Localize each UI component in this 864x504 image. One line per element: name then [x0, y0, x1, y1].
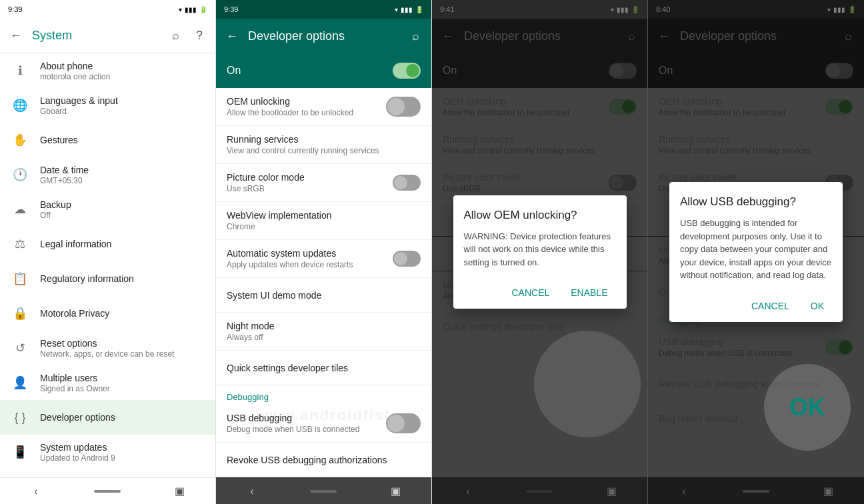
auto-updates-title: Automatic system updates — [227, 248, 393, 259]
developer-toggle[interactable] — [393, 63, 421, 79]
oem-dialog-body: WARNING: Device protection features will… — [464, 230, 616, 269]
regulatory-title: Regulatory information — [40, 273, 205, 284]
help-button-left[interactable]: ? — [189, 25, 210, 47]
night-mode-subtitle: Always off — [227, 333, 421, 342]
oem-cancel-button[interactable]: Cancel — [503, 282, 557, 303]
usb-dialog-title: Allow USB debugging? — [680, 195, 832, 209]
developer-icon: { } — [11, 408, 29, 427]
picture-subtitle: Use sRGB — [227, 184, 393, 193]
search-button-middle[interactable]: ⌕ — [405, 25, 426, 47]
oem-unlocking-row[interactable]: OEM unlocking Allow the bootloader to be… — [216, 88, 431, 126]
settings-item-about[interactable]: ℹ About phone motorola one action — [0, 53, 215, 88]
settings-item-gestures[interactable]: ✋ Gestures — [0, 123, 215, 157]
nav-recent-left[interactable]: ▣ — [166, 481, 193, 502]
privacy-title: Motorola Privacy — [40, 308, 205, 319]
search-button-left[interactable]: ⌕ — [165, 25, 186, 47]
usb-debug-toggle[interactable] — [386, 413, 421, 433]
settings-item-regulatory[interactable]: 📋 Regulatory information — [0, 261, 215, 296]
datetime-title: Date & time — [40, 165, 205, 175]
nav-bar-middle: ‹ ▣ — [216, 477, 431, 504]
oem-subtitle: Allow the bootloader to be unlocked — [227, 108, 386, 117]
nav-home-indicator-middle[interactable] — [310, 490, 337, 493]
about-subtitle: motorola one action — [40, 72, 205, 81]
quick-tiles-row[interactable]: Quick settings developer tiles — [216, 351, 431, 385]
status-bar-middle: 9:39 ▾ ▮▮▮ 🔋 — [216, 0, 431, 19]
usb-dialog-panel: 8:40 ▾ ▮▮▮ 🔋 ← Developer options ⌕ On OE… — [648, 0, 864, 504]
system-ui-title: System UI demo mode — [227, 290, 421, 301]
auto-updates-subtitle: Apply updates when device restarts — [227, 260, 393, 269]
languages-subtitle: Gboard — [40, 107, 205, 116]
signal-icon: ▮▮▮ — [185, 6, 197, 13]
usb-cancel-button[interactable]: Cancel — [743, 295, 797, 317]
circle-highlight-r1 — [534, 331, 641, 437]
backup-icon: ☁ — [11, 200, 29, 219]
webview-row[interactable]: WebView implementation Chrome — [216, 202, 431, 240]
running-services-row[interactable]: Running services View and control curren… — [216, 126, 431, 164]
users-title: Multiple users — [40, 373, 205, 383]
back-button-middle[interactable]: ← — [221, 25, 243, 47]
usb-debug-subtitle: Debug mode when USB is connected — [227, 425, 386, 434]
settings-item-developer[interactable]: { } Developer options — [0, 400, 215, 435]
running-title: Running services — [227, 134, 421, 145]
usb-debug-title: USB debugging — [227, 413, 386, 423]
night-mode-row[interactable]: Night mode Always off — [216, 313, 431, 351]
updates-subtitle: Updated to Android 9 — [40, 453, 205, 463]
app-bar-actions-left: ⌕ ? — [165, 25, 210, 47]
debugging-section-label: Debugging — [216, 385, 431, 405]
revoke-usb-row[interactable]: Revoke USB debugging authorizations — [216, 443, 431, 477]
settings-item-backup[interactable]: ☁ Backup Off — [0, 192, 215, 227]
settings-item-languages[interactable]: 🌐 Languages & input Gboard — [0, 88, 215, 123]
picture-toggle[interactable] — [393, 175, 421, 191]
usb-ok-button[interactable]: OK — [803, 295, 832, 317]
app-bar-title-left: System — [32, 29, 159, 43]
developer-toggle-row[interactable]: On — [216, 53, 431, 88]
oem-dialog-actions: Cancel Enable — [464, 279, 616, 303]
users-icon: 👤 — [11, 373, 29, 392]
night-mode-title: Night mode — [227, 321, 421, 331]
app-bar-middle: ← Developer options ⌕ — [216, 19, 431, 53]
reset-icon: ↺ — [11, 339, 29, 357]
dialog-overlay-r1: Allow OEM unlocking? WARNING: Device pro… — [432, 0, 647, 504]
system-ui-row[interactable]: System UI demo mode — [216, 278, 431, 313]
nav-back-middle[interactable]: ‹ — [239, 481, 265, 502]
about-title: About phone — [40, 61, 205, 71]
nav-bar-left: ‹ ▣ — [0, 477, 215, 504]
dialog-overlay-r2: OK Allow USB debugging? USB debugging is… — [648, 0, 864, 504]
webview-subtitle: Chrome — [227, 222, 421, 231]
privacy-icon: 🔒 — [11, 304, 29, 323]
gestures-icon: ✋ — [11, 131, 29, 149]
quick-tiles-title: Quick settings developer tiles — [227, 363, 421, 373]
settings-list-left: ℹ About phone motorola one action 🌐 Lang… — [0, 53, 215, 477]
auto-updates-row[interactable]: Automatic system updates Apply updates w… — [216, 240, 431, 278]
settings-item-reset[interactable]: ↺ Reset options Network, apps, or device… — [0, 331, 215, 365]
nav-back-left[interactable]: ‹ — [23, 481, 49, 502]
back-button-left[interactable]: ← — [5, 25, 27, 47]
reset-title: Reset options — [40, 338, 205, 349]
picture-title: Picture color mode — [227, 172, 393, 183]
nav-recent-middle[interactable]: ▣ — [382, 481, 409, 502]
oem-title: OEM unlocking — [227, 96, 386, 107]
picture-color-row[interactable]: Picture color mode Use sRGB — [216, 164, 431, 202]
nav-home-indicator-left[interactable] — [94, 490, 121, 493]
updates-title: System updates — [40, 442, 205, 453]
usb-debug-row[interactable]: USB debugging Debug mode when USB is con… — [216, 405, 431, 443]
settings-item-privacy[interactable]: 🔒 Motorola Privacy — [0, 296, 215, 331]
backup-subtitle: Off — [40, 211, 205, 220]
about-icon: ℹ — [11, 61, 29, 80]
developer-title: Developer options — [40, 412, 205, 423]
oem-toggle[interactable] — [386, 97, 421, 117]
auto-updates-toggle[interactable] — [393, 251, 421, 267]
developer-options-list: OEM unlocking Allow the bootloader to be… — [216, 88, 431, 477]
datetime-subtitle: GMT+05:30 — [40, 176, 205, 185]
oem-dialog-title: Allow OEM unlocking? — [464, 209, 616, 222]
settings-item-updates[interactable]: 📱 System updates Updated to Android 9 — [0, 435, 215, 469]
updates-icon: 📱 — [11, 443, 29, 461]
settings-item-datetime[interactable]: 🕐 Date & time GMT+05:30 — [0, 157, 215, 192]
backup-title: Backup — [40, 199, 205, 210]
app-bar-title-middle: Developer options — [248, 29, 399, 43]
status-icons-middle: ▾ ▮▮▮ 🔋 — [395, 6, 423, 13]
wifi-icon-m: ▾ — [395, 6, 398, 13]
settings-item-legal[interactable]: ⚖ Legal information — [0, 227, 215, 261]
oem-enable-button[interactable]: Enable — [563, 282, 615, 303]
settings-item-users[interactable]: 👤 Multiple users Signed in as Owner — [0, 365, 215, 400]
